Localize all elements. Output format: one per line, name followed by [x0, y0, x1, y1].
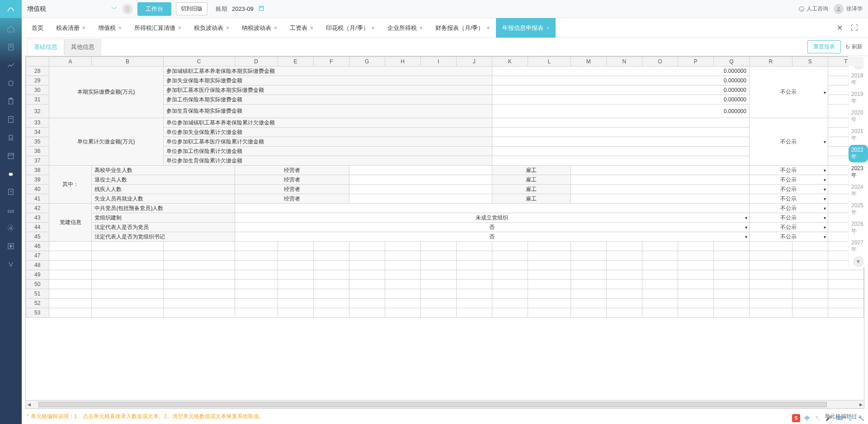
col-header[interactable]: S [792, 57, 828, 67]
close-icon[interactable]: × [420, 25, 423, 31]
tab-vat[interactable]: 增值税× [92, 18, 128, 38]
year-option-active[interactable]: 2022年 [849, 145, 868, 162]
nav-play-icon[interactable] [5, 241, 16, 252]
tab-annual-report[interactable]: 年报信息申报表× [496, 18, 556, 38]
scroll-thumb[interactable] [38, 402, 827, 407]
subtab-other[interactable]: 其他信息 [64, 39, 101, 55]
col-header[interactable]: Q [713, 57, 749, 67]
refresh-button[interactable]: ↻刷新 [845, 40, 863, 53]
nav-v-icon[interactable] [5, 259, 16, 270]
col-header[interactable]: L [528, 57, 571, 67]
disclose-dropdown[interactable]: 不公示▾ [749, 204, 828, 213]
tab-tax-list[interactable]: 税表清册× [50, 18, 92, 38]
tab-home[interactable]: 首页 [25, 18, 50, 38]
close-icon[interactable]: × [546, 25, 549, 31]
ime-punct-icon[interactable]: °, [814, 414, 822, 422]
col-header[interactable]: K [492, 57, 528, 67]
year-option[interactable]: 2020年 [849, 108, 868, 125]
col-header[interactable]: F [313, 57, 349, 67]
disclose-dropdown[interactable]: 不公示▾ [749, 232, 828, 242]
disclose-dropdown[interactable]: 不公示▾ [749, 185, 828, 194]
col-header[interactable]: A [49, 57, 92, 67]
corner-cell[interactable] [26, 57, 49, 67]
cell-dropdown[interactable]: 否▾ [235, 232, 749, 242]
year-option[interactable]: 2025年 [849, 200, 868, 218]
tab-corp-tax[interactable]: 企业所得税× [381, 18, 429, 38]
ime-cn-icon[interactable]: 中 [803, 414, 811, 422]
close-icon[interactable]: × [310, 25, 313, 31]
expand-icon[interactable]: ⛶ [849, 22, 860, 34]
year-option[interactable]: 2019年 [849, 89, 868, 107]
close-icon[interactable]: × [226, 25, 229, 31]
year-option[interactable]: 2018年 [849, 71, 868, 88]
period-value[interactable]: 2023-09 [232, 5, 254, 12]
col-header[interactable]: O [642, 57, 678, 67]
doc-circle-icon[interactable] [122, 4, 133, 14]
nav-inbox-icon[interactable] [5, 205, 16, 215]
close-icon[interactable]: × [372, 25, 375, 31]
nav-calc-icon[interactable] [5, 114, 16, 125]
nav-doc-icon[interactable] [5, 42, 16, 52]
reset-button[interactable]: 重置报表 [807, 40, 841, 53]
cell-value[interactable]: 0.000000 [492, 67, 749, 76]
nav-home-icon[interactable] [5, 24, 16, 34]
scroll-right-icon[interactable]: ▶ [858, 401, 864, 408]
col-header[interactable]: B [92, 57, 163, 67]
disclose-dropdown[interactable]: 不公示▾ [749, 194, 828, 204]
year-option[interactable]: 2026年 [849, 219, 868, 237]
col-header[interactable]: M [571, 57, 606, 67]
year-option[interactable]: 2021年 [849, 126, 868, 144]
workspace-button[interactable]: 工作台 [137, 2, 171, 16]
col-header[interactable]: E [278, 57, 313, 67]
year-option[interactable]: 2023年 [849, 163, 868, 181]
subtab-basic[interactable]: 基础信息 [27, 39, 64, 55]
user-menu[interactable]: 徐泽华 [834, 4, 863, 14]
tab-salary[interactable]: 工资表× [283, 18, 320, 38]
col-header[interactable]: H [385, 57, 420, 67]
close-icon[interactable]: × [178, 25, 181, 31]
col-header[interactable]: T [828, 57, 863, 67]
ime-keyboard-icon[interactable]: ⌨ [835, 414, 844, 422]
tab-tax-burden[interactable]: 税负波动表× [188, 18, 236, 38]
cell-dropdown[interactable]: 否▾ [235, 223, 749, 232]
tab-income-tax[interactable]: 所得税汇算清缴× [128, 18, 188, 38]
tab-tax-payment[interactable]: 纳税波动表× [236, 18, 283, 38]
year-option[interactable]: 2027年 [849, 238, 868, 255]
switch-version-button[interactable]: 切到旧版 [176, 2, 208, 15]
ime-tool-icon[interactable]: 🔧 [857, 414, 865, 422]
col-header[interactable]: C [163, 57, 235, 67]
cell-dropdown[interactable]: 未成立党组织▾ [235, 213, 749, 223]
nav-settings-icon[interactable] [5, 223, 16, 233]
cell-value[interactable]: 0.000000 [492, 105, 749, 118]
ime-mic-icon[interactable]: 🎤 [825, 414, 833, 422]
nav-export-icon[interactable] [5, 186, 16, 197]
app-logo[interactable] [0, 0, 22, 18]
horizontal-scrollbar[interactable]: ◀ ▶ [25, 400, 864, 409]
col-header[interactable]: N [606, 57, 642, 67]
nav-active-icon[interactable] [5, 168, 16, 179]
module-dropdown[interactable]: 增值税 ﹀ [27, 5, 118, 13]
disclose-dropdown[interactable]: 不公示▾ [749, 175, 828, 185]
year-option[interactable]: 2024年 [849, 182, 868, 200]
close-icon[interactable]: × [486, 25, 490, 31]
year-down-icon[interactable]: ▼ [853, 256, 864, 267]
col-header[interactable]: I [420, 57, 456, 67]
col-header[interactable]: D [235, 57, 278, 67]
nav-stamp-icon[interactable] [5, 132, 16, 143]
tab-stamp[interactable]: 印花税（月/季）× [320, 18, 381, 38]
scroll-left-icon[interactable]: ◀ [26, 401, 32, 408]
disclose-dropdown[interactable]: 不公示▾ [749, 213, 828, 223]
cell-value[interactable] [492, 118, 749, 128]
col-header[interactable]: J [456, 57, 492, 67]
close-icon[interactable]: × [274, 25, 277, 31]
spreadsheet[interactable]: A B C D E F G H I J K L [25, 56, 864, 400]
nav-calendar-icon[interactable] [5, 150, 16, 161]
tab-financial[interactable]: 财务报表（月/季）× [429, 18, 496, 38]
col-header[interactable]: G [349, 57, 385, 67]
support-link[interactable]: 人工咨询 [798, 5, 828, 13]
close-icon[interactable]: × [118, 25, 122, 31]
nav-clipboard-icon[interactable] [5, 96, 16, 107]
nav-chart-icon[interactable] [5, 60, 16, 71]
disclose-dropdown[interactable]: 不公示▾ [749, 67, 828, 118]
cell-value[interactable]: 0.000000 [492, 86, 749, 95]
